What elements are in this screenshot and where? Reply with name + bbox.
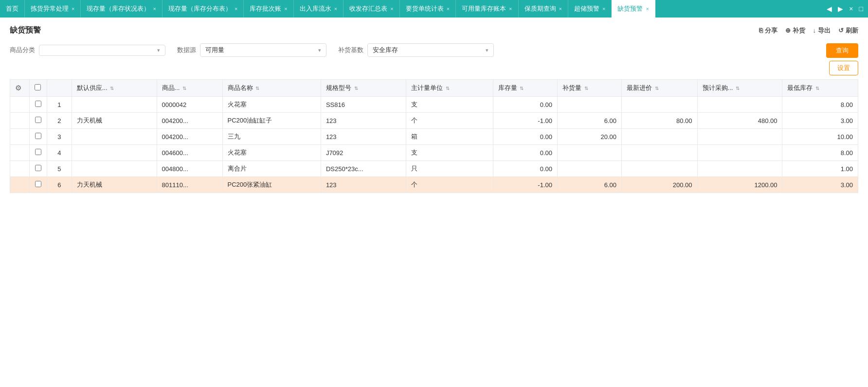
export-action[interactable]: ↓ 导出 xyxy=(813,26,831,35)
row-settings-cell xyxy=(10,97,30,113)
row-checkbox-0[interactable] xyxy=(35,101,41,107)
row-checkbox-4[interactable] xyxy=(35,165,41,171)
close-tab-overstock[interactable]: × xyxy=(602,6,605,12)
close-tab-available-ledger[interactable]: × xyxy=(509,6,512,12)
row-code-cell: 004200... xyxy=(157,113,222,129)
tab-close-all-button[interactable]: × xyxy=(846,5,856,13)
share-action[interactable]: ⎘ 分享 xyxy=(759,26,778,35)
row-checkbox-1[interactable] xyxy=(35,117,41,123)
row-estimated-cell: 480.00 xyxy=(697,113,782,129)
row-supplier-cell xyxy=(72,129,157,145)
tab-flow[interactable]: 出入库流水 × xyxy=(294,0,344,18)
tab-inventory-dist[interactable]: 现存量（库存分布表） × xyxy=(163,0,244,18)
row-checkbox-3[interactable] xyxy=(35,149,41,155)
col-estimated-header[interactable]: 预计采购... ⇅ xyxy=(697,80,782,97)
supplement-action[interactable]: ⊕ 补货 xyxy=(785,26,805,35)
row-name-cell: PC200张紧油缸 xyxy=(222,177,321,193)
refresh-icon: ↺ xyxy=(838,27,844,34)
col-price-header[interactable]: 最新进价 ⇅ xyxy=(622,80,697,97)
supplement-base-select[interactable]: 安全库存 ▾ xyxy=(367,43,494,57)
tab-inventory-status[interactable]: 现存量（库存状况表） × xyxy=(81,0,162,18)
tab-home[interactable]: 首页 xyxy=(0,0,25,18)
col-minstock-header[interactable]: 最低库存 ⇅ xyxy=(782,80,858,97)
close-tab-expiry-query[interactable]: × xyxy=(559,6,562,12)
row-spec-cell: DS250*23c... xyxy=(321,161,406,177)
row-stock-cell: 0.00 xyxy=(493,161,557,177)
close-tab-requisition-stats[interactable]: × xyxy=(447,6,450,12)
row-supplier-cell: 力天机械 xyxy=(72,177,157,193)
row-name-cell: 火花塞 xyxy=(222,97,321,113)
price-sort-icon: ⇅ xyxy=(655,86,659,91)
row-supplier-cell: 力天机械 xyxy=(72,113,157,129)
col-supplier-header[interactable]: 默认供应... ⇅ xyxy=(72,80,157,97)
query-button[interactable]: 查询 xyxy=(826,43,858,58)
tab-shortage[interactable]: 缺货预警 × xyxy=(612,0,655,18)
col-spec-header[interactable]: 规格型号 ⇅ xyxy=(321,80,406,97)
tab-expiry-query[interactable]: 保质期查询 × xyxy=(519,0,568,18)
row-num-cell: 6 xyxy=(47,177,72,193)
minstock-sort-icon: ⇅ xyxy=(815,86,819,91)
supplement-base-value: 安全库存 xyxy=(373,46,398,54)
row-supplement-cell: 6.00 xyxy=(557,177,621,193)
row-settings-cell xyxy=(10,177,30,193)
row-supplement-cell: 20.00 xyxy=(557,129,621,145)
tab-requisition-stats[interactable]: 要货单统计表 × xyxy=(400,0,456,18)
tab-next-button[interactable]: ▶ xyxy=(835,5,846,13)
row-checkbox-5[interactable] xyxy=(35,181,41,187)
row-spec-cell: SS816 xyxy=(321,97,406,113)
row-stock-cell: 0.00 xyxy=(493,129,557,145)
col-name-header[interactable]: 商品名称 ⇅ xyxy=(222,80,321,97)
row-unit-cell: 只 xyxy=(406,161,493,177)
refresh-action[interactable]: ↺ 刷新 xyxy=(838,26,858,35)
tab-receive-summary[interactable]: 收发存汇总表 × xyxy=(344,0,399,18)
category-arrow-icon: ▾ xyxy=(157,47,160,53)
tab-abnormal[interactable]: 拣货异常处理 × xyxy=(25,0,81,18)
col-stock-header[interactable]: 库存量 ⇅ xyxy=(493,80,557,97)
close-tab-flow[interactable]: × xyxy=(334,6,337,12)
estimated-sort-icon: ⇅ xyxy=(736,86,740,91)
col-code-header[interactable]: 商品... ⇅ xyxy=(157,80,222,97)
row-settings-cell xyxy=(10,129,30,145)
tab-prev-button[interactable]: ◀ xyxy=(824,5,835,13)
close-tab-receive-summary[interactable]: × xyxy=(390,6,393,12)
row-settings-cell xyxy=(10,113,30,129)
row-unit-cell: 箱 xyxy=(406,129,493,145)
row-checkbox-2[interactable] xyxy=(35,133,41,139)
col-unit-header[interactable]: 主计量单位 ⇅ xyxy=(406,80,493,97)
tab-batch-account[interactable]: 库存批次账 × xyxy=(244,0,293,18)
row-estimated-cell xyxy=(697,145,782,161)
close-tab-inventory-dist[interactable]: × xyxy=(235,6,237,12)
tab-available-ledger[interactable]: 可用量库存账本 × xyxy=(456,0,518,18)
category-label: 商品分类 xyxy=(10,46,35,54)
select-all-checkbox[interactable] xyxy=(35,84,41,90)
close-tab-batch-account[interactable]: × xyxy=(284,6,287,12)
row-supplier-cell xyxy=(72,97,157,113)
page-actions: ⎘ 分享 ⊕ 补货 ↓ 导出 ↺ 刷新 xyxy=(759,26,859,35)
col-supplement-header[interactable]: 补货量 ⇅ xyxy=(557,80,621,97)
row-settings-cell xyxy=(10,145,30,161)
close-tab-abnormal[interactable]: × xyxy=(72,6,74,12)
table-settings-icon[interactable]: ⚙ xyxy=(15,84,21,92)
close-tab-shortage[interactable]: × xyxy=(646,6,649,12)
row-minstock-cell: 10.00 xyxy=(782,129,858,145)
row-minstock-cell: 8.00 xyxy=(782,145,858,161)
supplement-base-label: 补货基数 xyxy=(338,46,363,54)
row-stock-cell: 0.00 xyxy=(493,145,557,161)
row-supplement-cell xyxy=(557,145,621,161)
row-spec-cell: 123 xyxy=(321,129,406,145)
row-checkbox-cell xyxy=(30,161,47,177)
datasource-select[interactable]: 可用量 ▾ xyxy=(200,43,326,57)
table-body: 1 0000042 火花塞 SS816 支 0.00 8.00 2 力天机械 0… xyxy=(10,97,858,193)
tab-maximize-button[interactable]: □ xyxy=(856,5,866,13)
category-select[interactable]: ▾ xyxy=(39,45,165,56)
row-checkbox-cell xyxy=(30,129,47,145)
name-sort-icon: ⇅ xyxy=(255,86,259,91)
settings-button[interactable]: 设置 xyxy=(829,61,858,75)
row-supplement-cell: 6.00 xyxy=(557,113,621,129)
datasource-value: 可用量 xyxy=(205,46,224,54)
row-name-cell: 离合片 xyxy=(222,161,321,177)
tab-overstock[interactable]: 超储预警 × xyxy=(568,0,612,18)
close-tab-inventory-status[interactable]: × xyxy=(153,6,156,12)
col-checkbox-header xyxy=(30,80,47,97)
stock-sort-icon: ⇅ xyxy=(520,86,524,91)
